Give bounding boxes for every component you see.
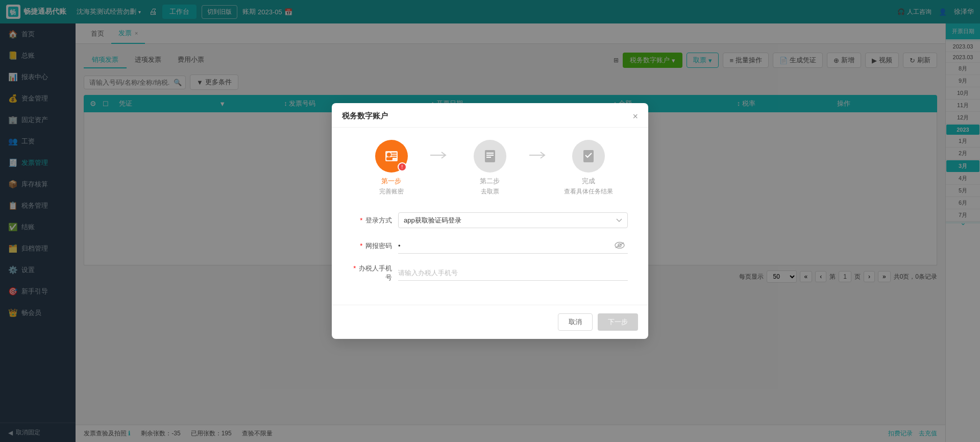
step-1: ! 第一步 完善账密 (352, 140, 430, 196)
step-1-badge: ! (398, 162, 407, 171)
cancel-button[interactable]: 取消 (558, 313, 593, 331)
step-1-label: 第一步 (381, 177, 401, 186)
next-step-button[interactable]: 下一步 (598, 313, 638, 331)
step-arrow-1 (430, 140, 451, 160)
step-3-label: 完成 (582, 177, 595, 186)
login-method-control: app获取验证码登录 密码登录 (398, 212, 628, 228)
modal-header: 税务数字账户 × (332, 103, 648, 128)
password-row: * 网报密码 (352, 238, 628, 254)
svg-rect-10 (485, 150, 495, 162)
step-2-circle (474, 140, 506, 173)
modal-footer: 取消 下一步 (332, 305, 648, 339)
step-1-desc: 完善账密 (379, 187, 404, 196)
step-1-circle: ! (375, 140, 408, 173)
modal-close-button[interactable]: × (632, 112, 638, 121)
step-3: 完成 查看具体任务结果 (550, 140, 628, 196)
password-control (398, 238, 628, 254)
step-2-label: 第二步 (480, 177, 500, 186)
step-arrow-2 (529, 140, 550, 160)
steps-indicator: ! 第一步 完善账密 (352, 140, 628, 196)
step-2-desc: 去取票 (481, 187, 499, 196)
step-3-circle (572, 140, 605, 173)
login-method-select[interactable]: app获取验证码登录 密码登录 (398, 212, 628, 228)
svg-point-4 (387, 153, 391, 157)
modal-form: * 登录方式 app获取验证码登录 密码登录 * 网报密码 (352, 212, 628, 282)
modal-title: 税务数字账户 (342, 111, 388, 121)
login-method-label: * 登录方式 (352, 216, 398, 225)
phone-row: * 办税人手机号 (352, 264, 628, 282)
tax-digital-account-modal: 税务数字账户 × (332, 103, 648, 339)
phone-input[interactable] (398, 265, 628, 281)
phone-label: * 办税人手机号 (352, 264, 398, 282)
step-3-desc: 查看具体任务结果 (564, 187, 613, 196)
eye-icon[interactable] (615, 242, 625, 251)
step-2: 第二步 去取票 (451, 140, 529, 196)
login-method-row: * 登录方式 app获取验证码登录 密码登录 (352, 212, 628, 228)
phone-control (398, 265, 628, 281)
modal-overlay: 税务数字账户 × (0, 0, 980, 442)
password-input[interactable] (398, 238, 628, 254)
password-label: * 网报密码 (352, 241, 398, 251)
modal-body: ! 第一步 完善账密 (332, 128, 648, 305)
